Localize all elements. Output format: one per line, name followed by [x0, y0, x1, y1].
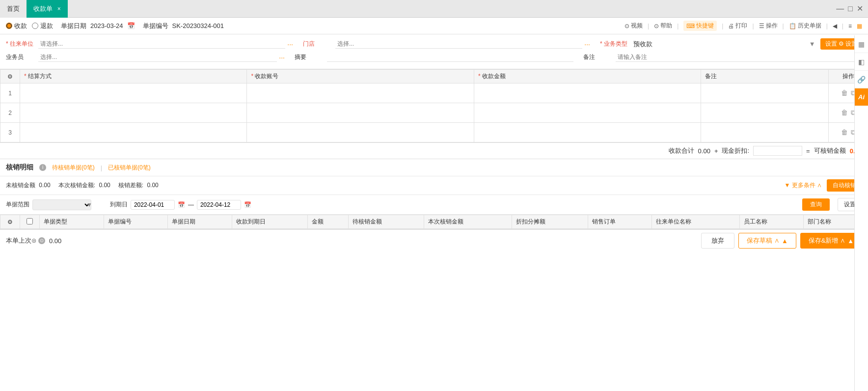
this-cancel-stat: 本次核销金额: 0.00	[58, 181, 110, 190]
save-new-dropdown-icon[interactable]: ▲	[847, 237, 854, 245]
row-note-1[interactable]	[701, 84, 829, 103]
tab-shoukuan[interactable]: 收款单 ×	[27, 0, 68, 18]
row-amount-3[interactable]	[474, 123, 701, 142]
note-field: 备注	[583, 53, 862, 62]
discount-input[interactable]	[753, 146, 802, 156]
table-settings-icon[interactable]: ⚙	[7, 73, 13, 80]
hx-done-tab[interactable]: 已核销单据(0笔)	[108, 164, 151, 172]
hx-pending-tab[interactable]: 待核销单据(0笔)	[52, 164, 95, 172]
row-account-2[interactable]	[247, 103, 474, 123]
settings-icon: 设置	[825, 40, 837, 48]
doc-no-field: 单据编号 SK-20230324-001	[143, 22, 224, 30]
row-amount-2[interactable]	[474, 103, 701, 123]
row-settlement-2[interactable]	[20, 103, 247, 123]
radio-tuikuan[interactable]: 退款	[32, 22, 53, 30]
business-type-dropdown-icon[interactable]: ▼	[809, 40, 815, 48]
print-icon: 🖨	[728, 23, 734, 29]
salesman-input[interactable]	[38, 53, 277, 62]
close-icon[interactable]: ✕	[857, 4, 863, 13]
ai-icon: Ai	[858, 93, 865, 101]
calendar-icon[interactable]: 📅	[127, 22, 135, 29]
col-settings-header[interactable]: ⚙	[0, 70, 20, 84]
row-note-2[interactable]	[701, 103, 829, 123]
items-table: ⚙ 结算方式 收款账号 收款金额 备注 操作 1	[0, 69, 868, 142]
row-settlement-1[interactable]	[20, 84, 247, 103]
row-account-3[interactable]	[247, 123, 474, 142]
minimize-icon[interactable]: —	[836, 4, 844, 13]
history-btn[interactable]: 📋 历史单据	[789, 22, 821, 30]
due-date-start-input[interactable]	[131, 200, 175, 210]
row-amount-1[interactable]	[474, 84, 701, 103]
business-type-value: 预收款	[633, 40, 652, 49]
save-draft-button[interactable]: 保存草稿 ∧ ▲	[738, 233, 796, 249]
row-settlement-3[interactable]	[20, 123, 247, 142]
window-controls: — □ ✕	[836, 4, 868, 13]
hx-col-settings-header[interactable]: ⚙	[0, 215, 20, 229]
nav-left-icon[interactable]: ◀	[833, 23, 837, 29]
history-icon: 📋	[789, 23, 796, 29]
result-label: 可核销金额	[814, 146, 846, 155]
store-input[interactable]	[335, 39, 582, 49]
counterpart-more-icon[interactable]: ···	[287, 40, 293, 48]
view-grid-icon[interactable]: ▦	[857, 23, 862, 29]
hx-settings-icon[interactable]: ⚙	[7, 219, 13, 225]
doc-range-select[interactable]	[32, 199, 91, 210]
view-list-icon[interactable]: ≡	[848, 23, 852, 29]
radio-shoukuan[interactable]: 收款	[6, 22, 27, 30]
hx-select-all-checkbox[interactable]	[27, 218, 33, 224]
table-row: 3 🗑 ⧉	[0, 123, 868, 142]
row-num-1: 1	[0, 84, 20, 103]
doc-icon: ◧	[858, 58, 865, 66]
video-icon: ⊙	[624, 23, 629, 29]
query-button[interactable]: 查询	[802, 198, 830, 211]
discount-label: 现金折扣:	[722, 146, 749, 155]
type-radio-group: 收款 退款	[6, 22, 53, 30]
note-input[interactable]	[616, 53, 862, 62]
abandon-button[interactable]: 放弃	[701, 233, 734, 249]
due-date-end-input[interactable]	[197, 200, 241, 210]
hx-col-checkbox-header[interactable]	[20, 215, 40, 229]
hx-col-staff-header: 员工名称	[739, 215, 804, 229]
col-settlement-header: 结算方式	[20, 70, 247, 84]
counterpart-input[interactable]	[38, 39, 285, 49]
hx-col-this-header: 本次核销金额	[424, 215, 512, 229]
row-num-3: 3	[0, 123, 20, 142]
tab-close-icon[interactable]: ×	[57, 5, 61, 12]
sidebar-table-icon[interactable]: ▦	[855, 35, 868, 53]
help-btn[interactable]: ⊙ 帮助	[654, 22, 672, 30]
calendar-start-icon[interactable]: 📅	[178, 201, 185, 208]
salesman-more-icon[interactable]: ···	[279, 54, 285, 61]
row-account-1[interactable]	[247, 84, 474, 103]
sidebar-doc-icon[interactable]: ◧	[855, 53, 868, 71]
print-btn[interactable]: 🖨 打印	[728, 22, 747, 30]
delete-row-icon-2[interactable]: 🗑	[841, 109, 848, 117]
doc-date-field: 单据日期 2023-03-24 📅	[61, 22, 135, 30]
shortcut-icon: ⌨	[686, 23, 695, 29]
form-row-1: * 往来单位 ··· 门店 ··· * 业务类型 预收款 ▼ 设置 ⚙ 设置	[6, 38, 862, 50]
maximize-icon[interactable]: □	[848, 4, 853, 13]
bottom-bar: 本单上次⊙ ⊙ 0.00 放弃 保存草稿 ∧ ▲ 保存&新增 ∧ ▲	[0, 229, 868, 251]
delete-row-icon[interactable]: 🗑	[841, 89, 848, 97]
save-draft-dropdown-icon[interactable]: ▲	[782, 237, 788, 245]
tab-home[interactable]: 首页	[0, 0, 27, 18]
table-icon: ▦	[858, 40, 865, 48]
store-more-icon[interactable]: ···	[584, 40, 590, 48]
summary-input[interactable]	[327, 53, 573, 62]
operation-btn[interactable]: ☰ 操作	[759, 22, 778, 30]
counterpart-field: * 往来单位 ···	[6, 39, 293, 49]
video-btn[interactable]: ⊙ 视频	[624, 22, 643, 30]
shortcut-btn[interactable]: ⌨ 快捷键	[683, 21, 717, 31]
date-separator: —	[188, 201, 194, 208]
sidebar-link-icon[interactable]: 🔗	[855, 71, 868, 88]
uncancelled-stat: 未核销金额 0.00	[6, 181, 51, 190]
sidebar-ai-icon[interactable]: Ai	[855, 88, 868, 106]
calendar-end-icon[interactable]: 📅	[244, 201, 251, 208]
save-new-button[interactable]: 保存&新增 ∧ ▲	[800, 233, 862, 249]
row-note-3[interactable]	[701, 123, 829, 142]
bottom-info-icon[interactable]: ⊙	[38, 237, 45, 244]
delete-row-icon-3[interactable]: 🗑	[841, 128, 848, 137]
form-area: * 往来单位 ··· 门店 ··· * 业务类型 预收款 ▼ 设置 ⚙ 设置	[0, 34, 868, 69]
plus-sign: +	[714, 147, 718, 155]
more-conditions-btn[interactable]: ▼ 更多条件 ∧	[784, 181, 822, 190]
hx-info-icon[interactable]: i	[39, 164, 46, 171]
